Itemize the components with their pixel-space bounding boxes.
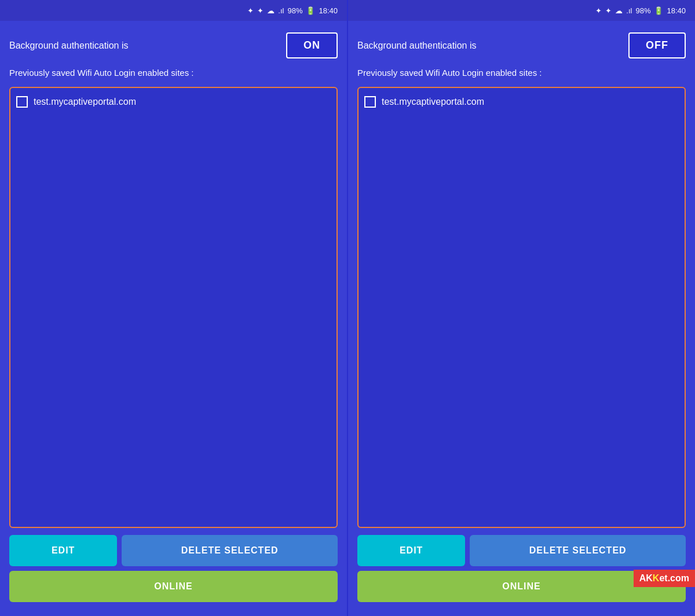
left-auth-label: Background authentication is (9, 41, 128, 51)
left-auth-row: Background authentication is ON (9, 32, 338, 58)
left-status-bar: ✦ ✦ ☁ .ıl 98% 🔋 18:40 (0, 0, 347, 21)
left-sites-label: Previously saved Wifi Auto Login enabled… (9, 68, 338, 78)
left-btn-row: EDIT DELETE SELECTED (9, 535, 338, 566)
right-edit-button[interactable]: EDIT (357, 535, 465, 566)
right-volume-icon: ✦ (605, 6, 612, 15)
right-delete-button[interactable]: DELETE SELECTED (470, 535, 686, 566)
volume-icon: ✦ (257, 6, 264, 15)
right-main-content: Background authentication is OFF Previou… (348, 21, 695, 616)
right-phone-panel: ✦ ✦ ☁ .ıl 98% 🔋 18:40 Background authent… (348, 0, 695, 616)
right-sites-box: test.mycaptiveportal.com (357, 87, 686, 528)
left-delete-button[interactable]: DELETE SELECTED (122, 535, 338, 566)
akket-k-text: K (653, 573, 660, 583)
bluetooth-icon: ✦ (247, 6, 254, 15)
right-site-url: test.mycaptiveportal.com (382, 97, 484, 107)
akket-text: AKKet.com (639, 573, 689, 583)
right-btn-row: EDIT DELETE SELECTED (357, 535, 686, 566)
akket-badge: AKKet.com (634, 570, 695, 587)
left-battery-text: 98% (287, 6, 302, 15)
right-auth-label: Background authentication is (357, 41, 476, 51)
right-wifi-icon: ☁ (615, 6, 623, 15)
left-phone-panel: ✦ ✦ ☁ .ıl 98% 🔋 18:40 Background authent… (0, 0, 347, 616)
right-status-bar: ✦ ✦ ☁ .ıl 98% 🔋 18:40 (348, 0, 695, 21)
right-time-text: 18:40 (667, 6, 686, 15)
left-site-checkbox[interactable] (16, 96, 28, 108)
left-main-content: Background authentication is ON Previous… (0, 21, 347, 616)
signal-icon: .ıl (278, 6, 284, 15)
battery-icon: 🔋 (306, 6, 315, 15)
left-toggle-button[interactable]: ON (286, 32, 338, 58)
right-battery-text: 98% (635, 6, 650, 15)
left-online-button[interactable]: ONLINE (9, 571, 338, 602)
right-site-item: test.mycaptiveportal.com (364, 94, 679, 110)
right-battery-icon: 🔋 (654, 6, 663, 15)
left-time-text: 18:40 (319, 6, 338, 15)
right-sites-label: Previously saved Wifi Auto Login enabled… (357, 68, 686, 78)
left-site-item: test.mycaptiveportal.com (16, 94, 331, 110)
left-edit-button[interactable]: EDIT (9, 535, 117, 566)
right-auth-row: Background authentication is OFF (357, 32, 686, 58)
left-site-url: test.mycaptiveportal.com (34, 97, 136, 107)
right-signal-icon: .ıl (626, 6, 632, 15)
left-sites-box: test.mycaptiveportal.com (9, 87, 338, 528)
right-site-checkbox[interactable] (364, 96, 376, 108)
left-bottom-buttons: EDIT DELETE SELECTED ONLINE (9, 535, 338, 607)
wifi-icon: ☁ (267, 6, 275, 15)
right-toggle-button[interactable]: OFF (628, 32, 686, 58)
right-bluetooth-icon: ✦ (595, 6, 602, 15)
